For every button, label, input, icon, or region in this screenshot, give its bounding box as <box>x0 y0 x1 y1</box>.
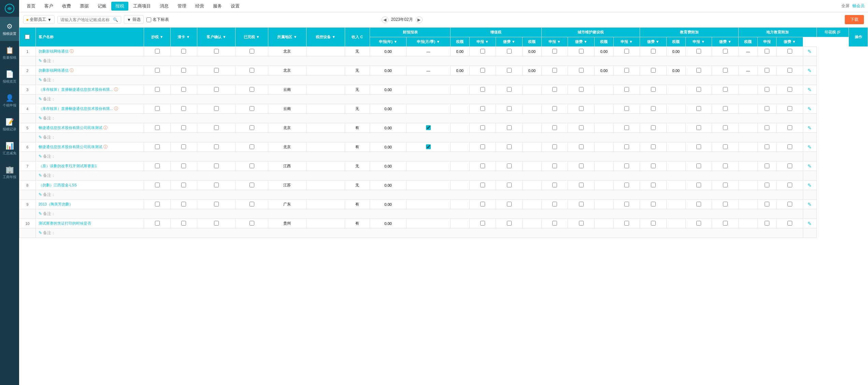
difang-sb[interactable] <box>685 104 712 114</box>
jiaoyu-jf[interactable] <box>640 66 667 75</box>
nav-gongshang[interactable]: 工商项目 <box>129 2 155 11</box>
edit-note-icon[interactable]: ✎ <box>39 77 42 82</box>
difang-sb[interactable] <box>685 85 712 95</box>
nav-xiaoxi[interactable]: 消息 <box>156 2 173 11</box>
chaoshui-cb[interactable] <box>144 219 171 228</box>
nav-baoshui[interactable]: 报税 <box>111 2 128 11</box>
qingka-cb[interactable] <box>171 142 197 152</box>
chengshi-sb[interactable] <box>541 85 568 95</box>
qingka-cb[interactable] <box>171 123 197 133</box>
jiaoyu-jf[interactable] <box>640 219 667 228</box>
done-cb[interactable] <box>236 47 268 56</box>
zengzhi-sb[interactable] <box>469 161 496 171</box>
th-done[interactable]: 已完税 ▼ <box>236 28 268 47</box>
edit-note-icon[interactable]: ✎ <box>39 211 42 216</box>
sidebar-item-gongshang[interactable]: 🏢 工商年报 <box>0 160 19 184</box>
th-cs-sb[interactable]: 申报 ▼ <box>541 37 568 47</box>
caibao-month[interactable] <box>406 219 450 228</box>
nav-jingying[interactable]: 经营 <box>191 2 208 11</box>
prev-month-button[interactable]: ◀ <box>382 16 388 23</box>
staff-select[interactable]: ■ 全部员工 ▼ <box>23 15 55 24</box>
zengzhi-jf[interactable] <box>496 85 523 95</box>
th-caibao-month[interactable]: 申报(月/季) ▼ <box>406 37 450 47</box>
chengshi-sb[interactable] <box>541 66 568 75</box>
difang-jf[interactable] <box>712 85 739 95</box>
note-cell[interactable]: ✎ 备注： <box>35 75 803 85</box>
caibao-month[interactable] <box>406 161 450 171</box>
yinhua-jf[interactable] <box>777 47 803 56</box>
table-area[interactable]: 客户名称 抄税 ▼ 清卡 ▼ 客户确认 ▼ 已完税 ▼ 所属地区 ▼ 税控设备 … <box>19 27 868 385</box>
jiaoyu-sb[interactable] <box>613 161 640 171</box>
search-input[interactable] <box>60 17 112 22</box>
note-cell[interactable]: ✎ 备注： <box>35 228 803 238</box>
difang-sb[interactable] <box>685 219 712 228</box>
yinhua-jf[interactable] <box>777 142 803 152</box>
chaoshui-cb[interactable] <box>144 47 171 56</box>
difang-jf[interactable] <box>712 142 739 152</box>
th-df-jf[interactable]: 缴费 ▼ <box>712 37 739 47</box>
nav-shoufei[interactable]: 收费 <box>58 2 75 11</box>
customer-name[interactable]: 勿删新锐网络通信ⓘ <box>35 66 144 75</box>
difang-jf[interactable] <box>712 66 739 75</box>
difang-jf[interactable] <box>712 200 739 209</box>
zengzhi-jf[interactable] <box>496 123 523 133</box>
difang-sb[interactable] <box>685 47 712 56</box>
jiaoyu-sb[interactable] <box>613 181 640 190</box>
th-cs-jf[interactable]: 缴费 ▼ <box>568 37 595 47</box>
zengzhi-jf[interactable] <box>496 47 523 56</box>
next-month-button[interactable]: ▶ <box>416 16 423 23</box>
zengzhi-sb[interactable] <box>469 47 496 56</box>
chaoshui-cb[interactable] <box>144 104 171 114</box>
customer-name[interactable]: 勿删新锐网络通信ⓘ <box>35 47 144 56</box>
done-cb[interactable] <box>236 161 268 171</box>
done-cb[interactable] <box>236 200 268 209</box>
difang-sb[interactable] <box>685 200 712 209</box>
nav-guanli[interactable]: 管理 <box>173 2 190 11</box>
th-df-sb[interactable]: 申报 ▼ <box>685 37 712 47</box>
edit-button[interactable]: ✎ <box>808 144 812 150</box>
note-cell[interactable]: ✎ 备注： <box>35 171 803 181</box>
caibao-month[interactable]: — <box>406 47 450 56</box>
th-zz-jf[interactable]: 缴费 ▼ <box>496 37 523 47</box>
edit-button[interactable]: ✎ <box>808 106 812 112</box>
sidebar-item-piliang-baoshui[interactable]: 📋 批量报税 <box>0 41 19 65</box>
jiaoyu-sb[interactable] <box>613 47 640 56</box>
action-cell[interactable]: ✎ <box>803 85 817 95</box>
customer-name[interactable]: 畅捷通信息技术股份有限公司民珠测试ⓘ <box>35 123 144 133</box>
chengshi-jf[interactable] <box>568 47 595 56</box>
chengshi-sb[interactable] <box>541 47 568 56</box>
chengshi-sb[interactable] <box>541 219 568 228</box>
edit-note-icon[interactable]: ✎ <box>39 116 42 120</box>
chengshi-jf[interactable] <box>568 85 595 95</box>
customer-name[interactable]: （库存核算）直播畅捷通信息技术股份有限...ⓘ <box>35 104 144 114</box>
jiaoyu-jf[interactable] <box>640 161 667 171</box>
note-cell[interactable]: ✎ 备注： <box>35 152 803 161</box>
difang-sb[interactable] <box>685 181 712 190</box>
chengshi-sb[interactable] <box>541 161 568 171</box>
jiaoyu-jf[interactable] <box>640 47 667 56</box>
th-qingka[interactable]: 清卡 ▼ <box>171 28 197 47</box>
sidebar-item-baoshui-lanya[interactable]: 📄 报税览页 <box>0 65 19 89</box>
yinhua-jf[interactable] <box>777 181 803 190</box>
done-cb[interactable] <box>236 66 268 75</box>
zengzhi-jf[interactable] <box>496 104 523 114</box>
caibao-month[interactable] <box>406 85 450 95</box>
chengshi-jf[interactable] <box>568 142 595 152</box>
action-cell[interactable]: ✎ <box>803 123 817 133</box>
jiaoyu-jf[interactable] <box>640 104 667 114</box>
confirm-cb[interactable] <box>197 200 236 209</box>
chengshi-sb[interactable] <box>541 200 568 209</box>
done-cb[interactable] <box>236 219 268 228</box>
zengzhi-jf[interactable] <box>496 66 523 75</box>
caibao-month[interactable] <box>406 181 450 190</box>
zengzhi-jf[interactable] <box>496 219 523 228</box>
jiaoyu-sb[interactable] <box>613 200 640 209</box>
zengzhi-sb[interactable] <box>469 66 496 75</box>
confirm-cb[interactable] <box>197 47 236 56</box>
chaoshui-cb[interactable] <box>144 161 171 171</box>
caibao-month[interactable] <box>406 123 450 133</box>
yinhua-sb[interactable] <box>757 161 777 171</box>
th-checkbox[interactable] <box>19 28 36 47</box>
note-cell[interactable]: ✎ 备注： <box>35 56 803 66</box>
difang-jf[interactable] <box>712 161 739 171</box>
